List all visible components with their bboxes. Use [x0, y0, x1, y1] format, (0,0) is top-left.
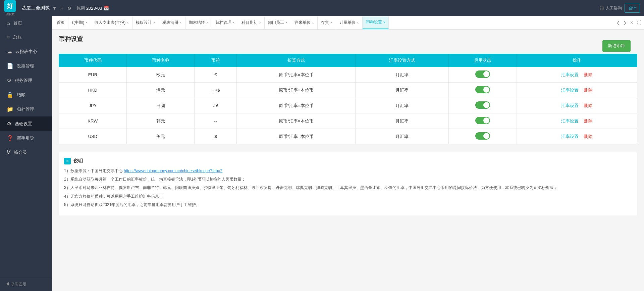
- tab-label-units: 计量单位: [339, 20, 356, 26]
- page-title: 币种设置: [59, 35, 83, 43]
- rate-setting-link[interactable]: 汇率设置: [561, 72, 579, 77]
- rate-setting-link[interactable]: 汇率设置: [561, 134, 579, 139]
- cell-name: 欧元: [127, 67, 195, 83]
- tab-label-archive: 归档管理: [215, 20, 231, 26]
- note-item: 2）系统自动获取每月第一个工作日的汇率标价，统一为直接标价法，即1外币可以兑换的…: [64, 176, 632, 183]
- member-icon: V: [7, 149, 10, 155]
- enable-toggle[interactable]: [475, 132, 490, 140]
- note-icon: ≡: [64, 158, 71, 164]
- tab-close-subjects[interactable]: ×: [259, 21, 261, 25]
- tab-bar: 首页 ε(中期) × 收入支出表(年报) × 模版设计 × 税表清册 ×: [52, 16, 644, 30]
- delete-link[interactable]: 删除: [584, 118, 593, 124]
- tab-label-home: 首页: [57, 20, 65, 26]
- delete-link[interactable]: 删除: [584, 134, 593, 139]
- cell-name: 美元: [127, 129, 195, 144]
- sidebar-label-reports: 云报表中心: [15, 49, 37, 55]
- tab-partners[interactable]: 往来单位 ×: [291, 16, 318, 29]
- tab-inventory[interactable]: 存货 ×: [318, 16, 336, 29]
- sidebar-item-member[interactable]: V 畅会员: [0, 145, 52, 159]
- sidebar-item-close[interactable]: 🔒 结账: [0, 88, 52, 102]
- add-company-icon[interactable]: ＋: [59, 5, 65, 12]
- tab-tax[interactable]: 税表清册 ×: [159, 16, 185, 29]
- guide-icon: ❓: [7, 135, 13, 141]
- sidebar-item-reports[interactable]: ☁ 云报表中心: [0, 44, 52, 59]
- tab-next-icon[interactable]: ❯: [622, 20, 628, 25]
- tab-prev-icon[interactable]: ❮: [615, 20, 621, 25]
- note-items: 1）数据来源：中国外汇交易中心 https://www.chinamoney.c…: [64, 168, 632, 208]
- sidebar-item-archive[interactable]: 📁 归档管理: [0, 102, 52, 116]
- tab-label-partners: 往来单位: [294, 20, 311, 26]
- rate-setting-link[interactable]: 汇率设置: [561, 88, 579, 93]
- tab-period[interactable]: ε(中期) ×: [68, 16, 91, 29]
- gear-icon[interactable]: ⚙: [67, 6, 71, 11]
- col-header-action: 操作: [517, 54, 637, 67]
- tab-close-partners[interactable]: ×: [312, 21, 314, 25]
- table-row: USD 美元 $ 原币*汇率=本位币 月汇率 汇率设置 删除: [59, 129, 637, 144]
- sidebar-item-ledger[interactable]: ≡ 总账: [0, 30, 52, 44]
- tab-income[interactable]: 收入支出表(年报) ×: [91, 16, 132, 29]
- cell-status: [449, 129, 517, 144]
- cell-rate-type: 月汇率: [355, 67, 448, 83]
- tab-dept[interactable]: 部门员工 ×: [265, 16, 291, 29]
- tab-template[interactable]: 模版设计 ×: [132, 16, 159, 29]
- rate-setting-link[interactable]: 汇率设置: [561, 118, 579, 124]
- enable-toggle[interactable]: [475, 117, 490, 124]
- sidebar-label-ledger: 总账: [13, 34, 22, 40]
- note-item: 1）数据来源：中国外汇交易中心 https://www.chinamoney.c…: [64, 168, 632, 174]
- cell-action: 汇率设置 删除: [517, 113, 637, 129]
- toggle-knob: [483, 133, 489, 139]
- tab-close-archive[interactable]: ×: [233, 21, 235, 25]
- tab-close-all-icon[interactable]: ✕: [629, 20, 635, 25]
- sidebar-item-invoice[interactable]: 📄 发票管理: [0, 59, 52, 73]
- tab-close-units[interactable]: ×: [357, 21, 359, 25]
- tab-home[interactable]: 首页: [53, 16, 68, 29]
- cell-rate-type: 月汇率: [355, 83, 448, 98]
- calendar-icon[interactable]: 📅: [104, 6, 109, 11]
- tab-close-income[interactable]: ×: [127, 21, 129, 25]
- tab-units[interactable]: 计量单位 ×: [336, 16, 363, 29]
- tab-archive[interactable]: 归档管理 ×: [212, 16, 238, 29]
- table-row: JPY 日圆 J¥ 原币*汇率=本位币 月汇率 汇率设置 删除: [59, 98, 637, 113]
- delete-link[interactable]: 删除: [584, 72, 593, 77]
- cell-action: 汇率设置 删除: [517, 67, 637, 83]
- new-currency-button[interactable]: 新增币种: [602, 40, 631, 52]
- delete-link[interactable]: 删除: [584, 88, 593, 93]
- cloud-icon: ☁: [7, 48, 12, 55]
- note-link[interactable]: https://www.chinamoney.com.cn/chinese/bk…: [124, 168, 222, 173]
- toggle-knob: [483, 117, 489, 124]
- tab-period-end[interactable]: 期末结转 ×: [185, 16, 212, 29]
- cell-action: 汇率设置 删除: [517, 129, 637, 144]
- sidebar-pin-toggle[interactable]: ◀ 取消固定: [0, 277, 52, 291]
- tab-close-template[interactable]: ×: [153, 21, 155, 25]
- tab-close-period[interactable]: ×: [86, 21, 88, 25]
- sidebar-item-tax[interactable]: ⚙ 税务管理: [0, 73, 52, 88]
- delete-link[interactable]: 删除: [584, 103, 593, 108]
- cell-symbol: €: [195, 67, 237, 83]
- tab-currency[interactable]: 币种设置 ×: [363, 16, 389, 29]
- tab-close-inventory[interactable]: ×: [330, 21, 332, 25]
- logo-subtext: 旗舰版: [6, 12, 15, 16]
- enable-toggle[interactable]: [475, 101, 490, 109]
- tab-close-tax[interactable]: ×: [180, 21, 182, 25]
- company-dropdown-icon[interactable]: ▼: [52, 6, 57, 11]
- sidebar-item-guide[interactable]: ❓ 新手引导: [0, 131, 52, 145]
- sidebar-item-home[interactable]: ⌂ 首页: [0, 16, 52, 30]
- enable-toggle[interactable]: [475, 86, 490, 93]
- support-button[interactable]: 🎧 人工咨询: [599, 5, 622, 11]
- enable-toggle[interactable]: [475, 70, 490, 78]
- cell-status: [449, 67, 517, 83]
- rate-setting-link[interactable]: 汇率设置: [561, 103, 579, 108]
- sidebar-item-settings[interactable]: ⚙ 基础设置: [0, 116, 52, 131]
- cell-status: [449, 83, 517, 98]
- support-label: 人工咨询: [606, 5, 622, 11]
- tab-close-currency[interactable]: ×: [383, 20, 385, 24]
- tab-close-dept[interactable]: ×: [285, 21, 287, 25]
- tab-close-period-end[interactable]: ×: [206, 21, 208, 25]
- col-header-code: 币种代码: [59, 54, 127, 67]
- tab-subjects[interactable]: 科目期初 ×: [238, 16, 265, 29]
- toggle-knob: [483, 87, 489, 93]
- account-button[interactable]: 会计: [625, 4, 640, 13]
- main-area: ⌂ 首页 ≡ 总账 ☁ 云报表中心 📄 发票管理 ⚙ 税务管理 🔒 结账: [0, 16, 644, 291]
- cell-rate-type: 月汇率: [355, 129, 448, 144]
- tab-expand-icon[interactable]: ⛶: [636, 20, 643, 25]
